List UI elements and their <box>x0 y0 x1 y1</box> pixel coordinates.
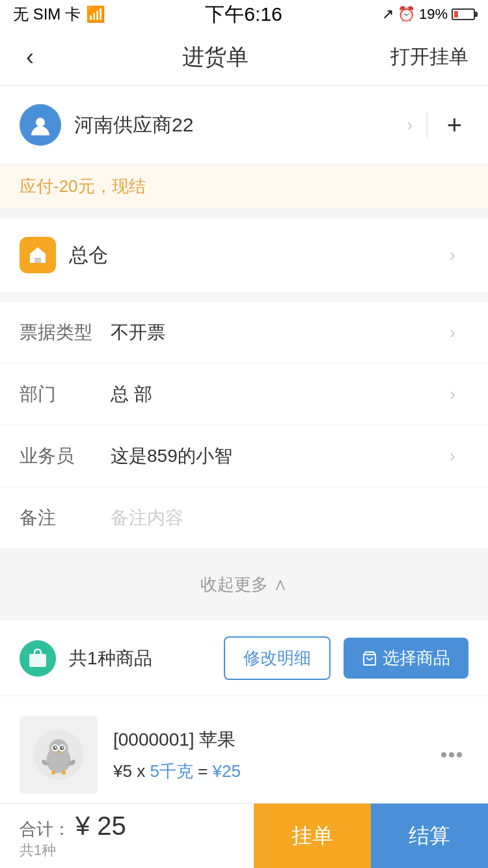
product-item: [0000001] 苹果 ¥5 x 5千克 = ¥25 <box>0 698 488 812</box>
form-card: 票据类型 不开票 › 部门 总 部 › 业务员 这是859的小智 › 备注 备注… <box>0 302 488 549</box>
page-title: 进货单 <box>182 42 249 72</box>
more-dots-icon <box>441 752 462 757</box>
svg-point-11 <box>55 746 57 748</box>
invoice-label: 票据类型 <box>20 320 98 345</box>
staff-chevron-icon: › <box>450 446 455 467</box>
status-time: 下午6:16 <box>205 1 282 28</box>
price-equals: = <box>198 761 212 781</box>
supplier-name: 河南供应商22 <box>74 112 407 139</box>
back-button[interactable]: ‹ <box>20 37 40 77</box>
dept-row[interactable]: 部门 总 部 › <box>0 363 488 425</box>
owl-logo-icon <box>33 729 85 781</box>
edit-detail-button[interactable]: 修改明细 <box>224 636 331 680</box>
total-label: 合计： <box>20 818 70 841</box>
price-value: ¥5 <box>113 761 132 781</box>
open-hang-button[interactable]: 打开挂单 <box>390 44 468 70</box>
product-image <box>20 716 98 794</box>
warehouse-row[interactable]: 总仓 › <box>0 219 488 292</box>
total-amount: ¥ 25 <box>75 811 126 841</box>
svg-point-12 <box>62 746 64 748</box>
wifi-icon: 📶 <box>86 5 105 23</box>
product-code: [0000001] <box>113 729 195 750</box>
supplier-notice: 应付-20元，现结 <box>0 165 488 208</box>
svg-rect-1 <box>34 258 41 263</box>
staff-label: 业务员 <box>20 444 98 468</box>
product-count: 共1种商品 <box>69 646 211 671</box>
total-value: ¥25 <box>213 761 241 781</box>
product-info: [0000001] 苹果 ¥5 x 5千克 = ¥25 <box>113 727 419 783</box>
total-sub: 共1种 <box>20 841 234 860</box>
carrier-text: 无 SIM 卡 <box>13 4 81 25</box>
more-options-button[interactable] <box>435 746 468 764</box>
select-product-label: 选择商品 <box>383 647 450 670</box>
collapse-row[interactable]: 收起更多 ∧ <box>0 559 488 610</box>
products-section: 共1种商品 修改明细 选择商品 <box>0 621 488 812</box>
supplier-row[interactable]: 河南供应商22 › + <box>0 86 488 165</box>
remark-label: 备注 <box>20 506 98 530</box>
product-name: [0000001] 苹果 <box>113 727 419 752</box>
supplier-chevron-icon: › <box>407 115 413 135</box>
bottom-bar: 合计： ¥ 25 共1种 挂单 结算 <box>0 803 488 868</box>
svg-rect-2 <box>29 654 46 667</box>
checkout-button[interactable]: 结算 <box>371 804 488 869</box>
products-icon <box>20 640 56 677</box>
dept-chevron-icon: › <box>450 384 455 405</box>
supplier-card: 河南供应商22 › + 应付-20元，现结 <box>0 86 488 208</box>
select-product-button[interactable]: 选择商品 <box>344 638 468 679</box>
alarm-icon: ⏰ <box>398 6 415 23</box>
status-right: ↗ ⏰ 19% <box>382 6 475 23</box>
cart-icon <box>362 651 377 666</box>
staff-value: 这是859的小智 <box>98 444 450 468</box>
warehouse-card[interactable]: 总仓 › <box>0 219 488 292</box>
staff-row[interactable]: 业务员 这是859的小智 › <box>0 425 488 487</box>
warehouse-chevron-icon: › <box>450 245 455 265</box>
price-x: x <box>137 761 150 781</box>
quantity-value: 5千克 <box>150 761 193 781</box>
invoice-row[interactable]: 票据类型 不开票 › <box>0 302 488 363</box>
content-area: 河南供应商22 › + 应付-20元，现结 总仓 › 票据类型 不开票 › <box>0 86 488 868</box>
vertical-divider <box>426 112 427 138</box>
battery-indicator <box>452 8 475 20</box>
status-bar: 无 SIM 卡 📶 下午6:16 ↗ ⏰ 19% <box>0 0 488 29</box>
svg-point-0 <box>36 118 45 127</box>
supplier-avatar <box>20 104 61 146</box>
battery-percent: 19% <box>419 6 448 23</box>
dept-value: 总 部 <box>98 382 450 407</box>
hang-button[interactable]: 挂单 <box>254 804 371 869</box>
bottom-total: 合计： ¥ 25 共1种 <box>0 811 254 860</box>
add-button[interactable]: + <box>441 111 468 140</box>
product-title: 苹果 <box>199 729 236 750</box>
product-price: ¥5 x 5千克 = ¥25 <box>113 760 419 783</box>
products-header: 共1种商品 修改明细 选择商品 <box>0 621 488 696</box>
dept-label: 部门 <box>20 382 98 407</box>
status-left: 无 SIM 卡 📶 <box>13 4 105 25</box>
invoice-value: 不开票 <box>98 320 450 345</box>
remark-row[interactable]: 备注 备注内容 <box>0 487 488 549</box>
location-icon: ↗ <box>382 6 394 23</box>
remark-input[interactable]: 备注内容 <box>98 506 468 530</box>
invoice-chevron-icon: › <box>450 322 455 343</box>
nav-bar: ‹ 进货单 打开挂单 <box>0 29 488 86</box>
warehouse-icon <box>20 237 56 273</box>
warehouse-name: 总仓 <box>69 242 450 269</box>
